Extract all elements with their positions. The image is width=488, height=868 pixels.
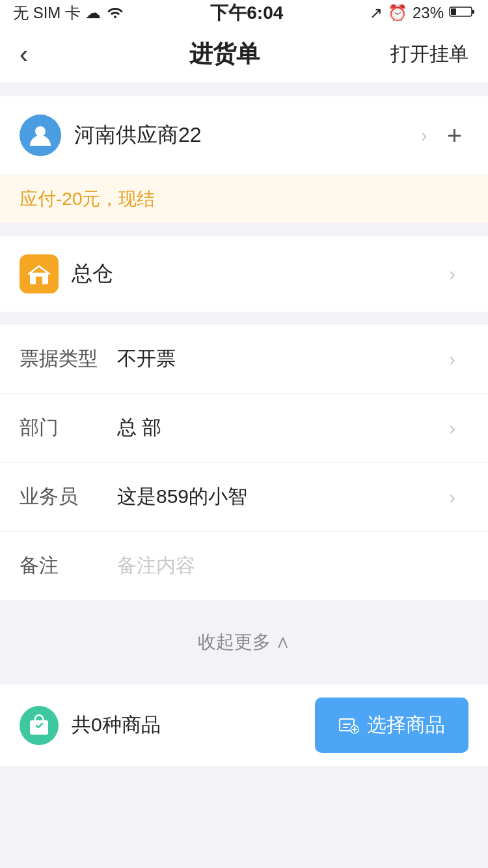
bottom-bar: 共0种商品 选择商品	[0, 685, 488, 766]
status-time: 下午6:04	[210, 1, 283, 25]
warehouse-name: 总仓	[72, 260, 449, 288]
supplier-avatar	[20, 115, 61, 156]
salesperson-value: 这是859的小智	[104, 483, 449, 510]
nav-bar: ‹ 进货单 打开挂单	[0, 26, 488, 83]
product-icon	[20, 706, 59, 745]
add-button[interactable]: +	[441, 121, 468, 150]
svg-rect-2	[451, 8, 456, 15]
department-label: 部门	[20, 414, 104, 441]
product-count: 共0种商品	[72, 712, 315, 739]
invoice-chevron-icon: ›	[449, 348, 455, 370]
svg-rect-1	[472, 10, 474, 14]
page-title: 进货单	[189, 38, 260, 70]
supplier-name: 河南供应商22	[74, 121, 421, 150]
department-row[interactable]: 部门 总 部 ›	[0, 394, 488, 463]
battery-icon	[449, 4, 475, 22]
remark-row[interactable]: 备注 备注内容	[0, 532, 488, 600]
gap-1	[0, 83, 488, 96]
department-chevron-icon: ›	[449, 417, 455, 439]
warehouse-chevron-icon: ›	[449, 263, 455, 285]
invoice-label: 票据类型	[20, 346, 104, 372]
battery-label: 23%	[413, 4, 444, 22]
select-product-button[interactable]: 选择商品	[315, 698, 468, 753]
svg-point-3	[35, 126, 46, 137]
invoice-value: 不开票	[104, 346, 449, 372]
salesperson-row[interactable]: 业务员 这是859的小智 ›	[0, 463, 488, 532]
open-pending-button[interactable]: 打开挂单	[390, 41, 468, 68]
salesperson-label: 业务员	[20, 483, 104, 510]
collapse-label: 收起更多 ∧	[198, 632, 291, 652]
salesperson-chevron-icon: ›	[449, 486, 455, 508]
warehouse-section[interactable]: 总仓 ›	[0, 236, 488, 312]
warehouse-icon	[20, 254, 59, 293]
wifi-icon	[106, 4, 124, 22]
remark-label: 备注	[20, 552, 104, 579]
supplier-section: 河南供应商22 › +	[0, 96, 488, 175]
alarm-icon: ⏰	[388, 4, 407, 22]
collapse-button[interactable]: 收起更多 ∧	[0, 613, 488, 671]
remark-input[interactable]: 备注内容	[104, 552, 468, 579]
supplier-chevron-icon: ›	[421, 124, 427, 146]
form-section: 票据类型 不开票 › 部门 总 部 › 业务员 这是859的小智 › 备注 备注…	[0, 325, 488, 600]
sim-label: 无 SIM 卡 ☁	[13, 3, 101, 23]
status-bar: 无 SIM 卡 ☁ 下午6:04 ↗ ⏰ 23%	[0, 0, 488, 26]
back-button[interactable]: ‹	[20, 40, 59, 69]
select-product-label: 选择商品	[367, 712, 445, 739]
location-icon: ↗	[370, 4, 383, 22]
status-right: ↗ ⏰ 23%	[370, 4, 475, 22]
notice-text: 应付-20元，现结	[20, 189, 155, 209]
svg-rect-5	[36, 277, 42, 284]
department-value: 总 部	[104, 414, 449, 441]
notice-banner: 应付-20元，现结	[0, 175, 488, 223]
status-left: 无 SIM 卡 ☁	[13, 3, 124, 23]
invoice-row[interactable]: 票据类型 不开票 ›	[0, 325, 488, 394]
